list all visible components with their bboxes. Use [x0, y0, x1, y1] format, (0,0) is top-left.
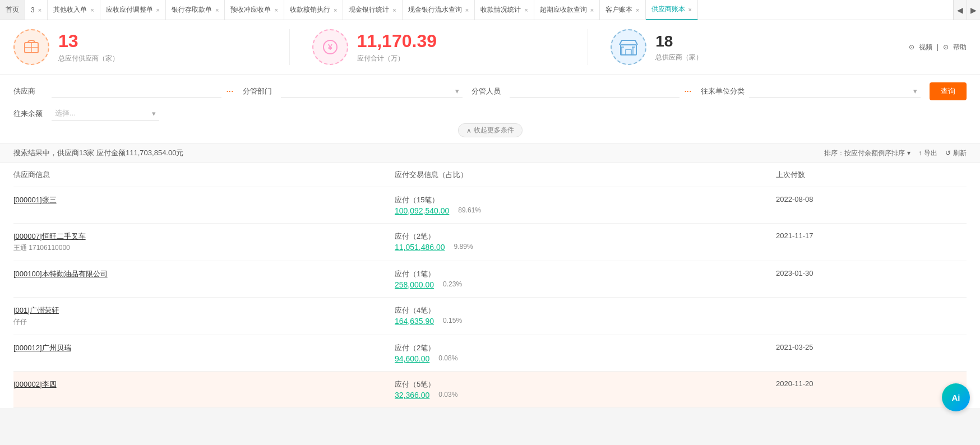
filter-dept-label: 分管部门 — [243, 86, 276, 96]
supplier-link-3[interactable]: [000100]本特勤油品有限公司 — [13, 270, 108, 278]
person-input[interactable] — [510, 85, 679, 98]
pay-row-1: 100,092,540.00 89.61% — [395, 205, 776, 215]
nav-tab-supplier-book-label: 供应商账本 — [651, 4, 685, 14]
pay-amount-2[interactable]: 11,051,486.00 — [395, 243, 445, 252]
filter-supplier-label: 供应商 — [13, 86, 47, 96]
nav-tab-receipt-stat[interactable]: 收款情况统计 × — [475, 0, 534, 20]
pay-percent-3: 0.23% — [443, 280, 462, 288]
stat-label-total: 应付合计（万） — [357, 54, 437, 63]
pay-label-4: 应付（4笔） — [395, 306, 435, 314]
nav-tab-customer-book[interactable]: 客户账本 × — [600, 0, 645, 20]
svg-rect-6 — [626, 49, 631, 55]
result-summary-text: 搜索结果中，供应商13家 应付金额111,703,854.00元 — [13, 148, 183, 158]
supplier-link-1[interactable]: [000001]张三 — [13, 196, 57, 204]
nav-left-arrow[interactable]: ◀ — [953, 0, 967, 20]
money-icon: ¥ — [312, 29, 348, 65]
close-icon[interactable]: × — [392, 7, 396, 13]
video-link[interactable]: 视频 — [919, 43, 932, 52]
nav-right-arrow[interactable]: ▶ — [967, 0, 980, 20]
nav-tab-3-label: 3 — [31, 6, 35, 14]
supplier-link-2[interactable]: [000007]恒旺二手叉车 — [13, 232, 86, 240]
stat-value-payable: 13 — [58, 31, 119, 52]
person-dots-icon[interactable]: ··· — [684, 86, 691, 96]
nav-tab-supplier-book[interactable]: 供应商账本 × — [646, 0, 698, 20]
close-icon[interactable]: × — [334, 7, 337, 13]
collapse-button[interactable]: ∧ 收起更多条件 — [458, 123, 523, 137]
filter-category-label: 往来单位分类 — [701, 86, 745, 96]
supplier-sub-2: 王通 17106110000 — [13, 243, 395, 253]
pay-amount-5[interactable]: 94,600.00 — [395, 354, 429, 363]
nav-tab-prepay[interactable]: 预收冲应收单 × — [225, 0, 284, 20]
nav-tab-verify[interactable]: 收款核销执行 × — [284, 0, 343, 20]
ai-button-label: Ai — [952, 393, 960, 402]
nav-tab-home-label: 首页 — [6, 5, 19, 15]
close-icon[interactable]: × — [274, 7, 278, 13]
last-pay-date-6: 2020-11-20 — [776, 379, 813, 388]
nav-tab-cash-stat[interactable]: 现金银行统计 × — [343, 0, 402, 20]
pay-amount-1[interactable]: 100,092,540.00 — [395, 206, 449, 215]
last-pay-cell-5: 2021-03-25 — [776, 343, 967, 351]
close-icon[interactable]: × — [156, 7, 160, 13]
pay-label-2: 应付（2笔） — [395, 232, 435, 240]
table-row: [000002]李四 应付（5笔） 32,366.00 0.03% 2020-1… — [13, 372, 967, 408]
pay-label-1: 应付（15笔） — [395, 196, 439, 204]
sort-select[interactable]: 排序：按应付余额倒序排序 ▾ — [824, 149, 910, 158]
pay-percent-6: 0.03% — [438, 391, 457, 398]
chevron-down-icon: ▾ — [907, 149, 910, 157]
pay-cell-4: 应付（4笔） 164,635.90 0.15% — [395, 305, 776, 326]
supplier-link-5[interactable]: [000012]广州贝瑞 — [13, 344, 71, 352]
nav-tab-home[interactable]: 首页 — [0, 0, 25, 20]
pay-amount-3[interactable]: 258,000.00 — [395, 280, 434, 289]
supplier-input[interactable] — [52, 85, 221, 98]
ai-assistant-button[interactable]: Ai — [942, 383, 970, 408]
pay-row-4: 164,635.90 0.15% — [395, 316, 776, 326]
last-pay-date-2: 2021-11-17 — [776, 231, 813, 240]
close-icon[interactable]: × — [688, 6, 692, 13]
pay-amount-4[interactable]: 164,635.90 — [395, 317, 434, 326]
supplier-dots-icon[interactable]: ··· — [226, 86, 233, 96]
pay-cell-1: 应付（15笔） 100,092,540.00 89.61% — [395, 195, 776, 215]
table-header-last-pay: 上次付数 — [776, 170, 967, 180]
pay-cell-3: 应付（1笔） 258,000.00 0.23% — [395, 269, 776, 289]
stat-label-all-suppliers: 总供应商（家） — [655, 53, 702, 62]
nav-tab-bank[interactable]: 银行存取款单 × — [166, 0, 225, 20]
close-icon[interactable]: × — [90, 7, 94, 13]
help-link[interactable]: 帮助 — [953, 43, 967, 52]
pay-label-3: 应付（1笔） — [395, 270, 435, 278]
supplier-link-6[interactable]: [000002]李四 — [13, 380, 57, 388]
pay-amount-6[interactable]: 32,366.00 — [395, 391, 429, 400]
query-button[interactable]: 查询 — [930, 82, 967, 100]
close-icon[interactable]: × — [590, 7, 594, 13]
nav-tab-other-income[interactable]: 其他收入单 × — [48, 0, 100, 20]
close-icon[interactable]: × — [636, 7, 639, 13]
pay-percent-2: 9.89% — [454, 243, 473, 251]
help-icon[interactable]: ⊙ — [943, 43, 949, 51]
sort-label: 排序：按应付余额倒序排序 — [824, 149, 905, 158]
last-pay-cell-2: 2021-11-17 — [776, 231, 967, 240]
supplier-link-4[interactable]: [001]广州荣轩 — [13, 306, 59, 314]
filter-person-label: 分管人员 — [471, 86, 505, 96]
supplier-cell-2: [000007]恒旺二手叉车 王通 17106110000 — [13, 231, 395, 253]
nav-tab-overdue[interactable]: 超期应收款查询 × — [534, 0, 600, 20]
collapse-label: 收起更多条件 — [474, 126, 514, 135]
nav-tab-3[interactable]: 3 × — [25, 0, 48, 20]
refresh-button[interactable]: ↺ 刷新 — [945, 149, 967, 158]
close-icon[interactable]: × — [215, 7, 219, 13]
top-right-links: ⊙ 视频 | ⊙ 帮助 — [909, 43, 967, 52]
stat-block-total-suppliers: 18 总供应商（家） — [611, 29, 886, 65]
close-icon[interactable]: × — [38, 7, 41, 13]
pay-row-5: 94,600.00 0.08% — [395, 353, 776, 363]
nav-tab-prepay-label: 预收冲应收单 — [230, 5, 271, 15]
video-icon[interactable]: ⊙ — [909, 43, 914, 51]
supplier-icon — [13, 29, 49, 65]
nav-tab-adjustment[interactable]: 应收应付调整单 × — [100, 0, 166, 20]
balance-select[interactable]: 选择... ▾ — [52, 106, 159, 121]
dept-select[interactable]: ▾ — [281, 85, 463, 98]
nav-tab-cash-flow[interactable]: 现金银行流水查询 × — [403, 0, 475, 20]
export-button[interactable]: ↑ 导出 — [918, 149, 937, 158]
category-select[interactable]: ▾ — [749, 85, 921, 98]
close-icon[interactable]: × — [524, 7, 528, 13]
close-icon[interactable]: × — [465, 7, 469, 13]
filter-supplier: 供应商 ··· — [13, 85, 234, 98]
chevron-down-icon: ▾ — [913, 87, 917, 95]
